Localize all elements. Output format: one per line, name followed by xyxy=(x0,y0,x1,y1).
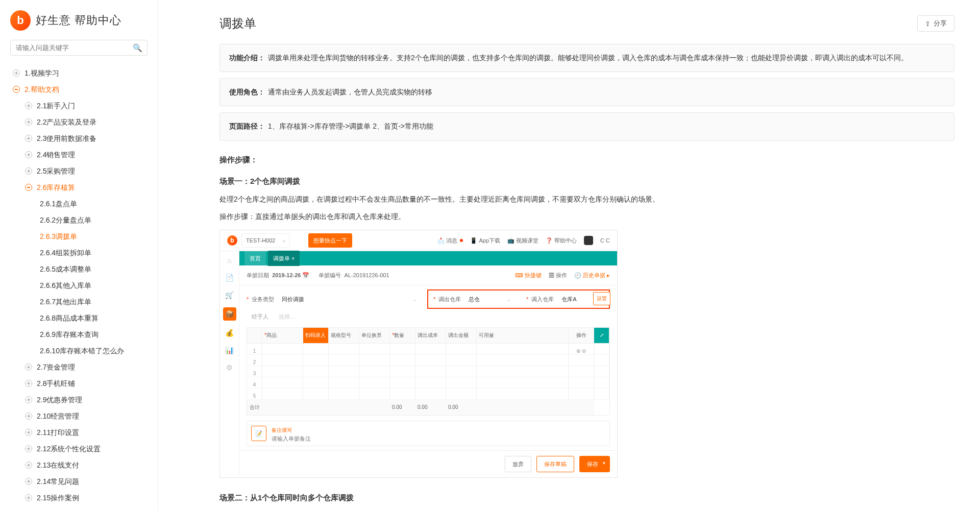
nav-2-3[interactable]: 2.3使用前数据准备 xyxy=(24,130,158,147)
info-role-text: 通常由业务人员发起调拨，仓管人员完成实物的转移 xyxy=(268,88,432,96)
info-role-label: 使用角色： xyxy=(229,88,265,96)
info-path-text: 1、库存核算->库存管理->调拨单 2、首页->常用功能 xyxy=(268,122,433,130)
search-input[interactable] xyxy=(10,40,148,56)
nav-2-6[interactable]: 2.6库存核算 xyxy=(24,179,158,196)
minus-icon xyxy=(12,85,20,93)
nav-2-1[interactable]: 2.1新手入门 xyxy=(24,98,158,114)
mock-app: 📱App下载 xyxy=(470,235,500,246)
remark-icon: 📝 xyxy=(251,426,266,441)
nav-2-6-4[interactable]: 2.6.4组装拆卸单 xyxy=(40,245,158,261)
plus-icon xyxy=(24,118,33,126)
scene1-title: 场景一：2个仓库间调拨 xyxy=(219,174,954,189)
steps-section: 操作步骤： 场景一：2个仓库间调拨 处理2个仓库之间的商品调拨，在调拨过程中不会… xyxy=(219,152,954,510)
share-button[interactable]: ⇪ 分享 xyxy=(917,15,954,32)
info-func-text: 调拨单用来处理仓库间货物的转移业务。支持2个仓库间的调拨，也支持多个仓库间的调拨… xyxy=(268,54,908,62)
steps-title: 操作步骤： xyxy=(219,152,954,167)
info-path: 页面路径：1、库存核算->库存管理->调拨单 2、首页->常用功能 xyxy=(219,112,954,140)
mock-msg: 📩消息 xyxy=(437,235,463,246)
plus-icon xyxy=(24,494,33,502)
nav-2-15[interactable]: 2.15操作案例 xyxy=(24,490,158,506)
scene2-title: 场景二：从1个仓库同时向多个仓库调拨 xyxy=(219,490,954,505)
plus-icon xyxy=(24,102,33,110)
expand-icon: ⤢ xyxy=(594,328,609,343)
nav-tree: 1.视频学习 2.帮助文档 2.1新手入门 2.2产品安装及登录 2.3使用前数… xyxy=(10,65,158,506)
page-title: 调拨单 xyxy=(219,15,256,32)
nav-2-9[interactable]: 2.9优惠券管理 xyxy=(24,392,158,408)
plus-icon xyxy=(24,428,33,436)
gear-icon: ⚙ xyxy=(225,362,235,373)
brand-row: b 好生意 帮助中心 xyxy=(10,10,158,31)
plus-icon xyxy=(24,412,33,420)
mock-setting-btn: 设置 xyxy=(593,292,610,305)
plus-icon xyxy=(24,363,33,371)
plus-icon xyxy=(24,477,33,485)
mock-help: ❓帮助中心 xyxy=(546,235,577,246)
share-label: 分享 xyxy=(934,19,947,28)
scene1-step: 操作步骤：直接通过单据头的调出仓库和调入仓库来处理。 xyxy=(219,209,954,224)
mock-org-select: TEST-H002 xyxy=(241,233,290,248)
mock-tab-doc: 调拨单 × xyxy=(268,251,300,266)
mock-try-button: 想要快点一下 xyxy=(308,233,352,248)
nav-2-14[interactable]: 2.14常见问题 xyxy=(24,473,158,490)
money-icon: 💰 xyxy=(225,328,235,338)
sidebar: b 好生意 帮助中心 🔍 1.视频学习 2.帮助文档 2.1新手入门 2.2产品… xyxy=(0,0,158,510)
nav-help-docs[interactable]: 2.帮助文档 xyxy=(12,81,158,98)
nav-2-6-9[interactable]: 2.6.9库存账本查询 xyxy=(40,326,158,343)
nav-2-2[interactable]: 2.2产品安装及登录 xyxy=(24,114,158,130)
page-header: 调拨单 ⇪ 分享 xyxy=(219,15,954,32)
mock-username: C C xyxy=(600,235,610,246)
nav-2-6-3[interactable]: 2.6.3调拨单 xyxy=(40,228,158,245)
cart-icon: 🛒 xyxy=(225,290,235,300)
box-icon: 📦 xyxy=(223,307,236,321)
info-function: 功能介绍：调拨单用来处理仓库间货物的转移业务。支持2个仓库间的调拨，也支持多个仓… xyxy=(219,44,954,72)
plus-icon xyxy=(24,396,33,404)
plus-icon xyxy=(24,134,33,142)
plus-icon xyxy=(24,445,33,453)
mock-draft-btn: 保存草稿 xyxy=(536,456,574,472)
nav-2-4[interactable]: 2.4销售管理 xyxy=(24,147,158,163)
nav-2-7[interactable]: 2.7资金管理 xyxy=(24,359,158,375)
nav-2-13[interactable]: 2.13在线支付 xyxy=(24,457,158,473)
nav-2-6-8[interactable]: 2.6.8商品成本重算 xyxy=(40,310,158,326)
minus-icon xyxy=(24,183,33,191)
plus-icon xyxy=(24,151,33,159)
info-role: 使用角色：通常由业务人员发起调拨，仓管人员完成实物的转移 xyxy=(219,78,954,106)
search-wrap: 🔍 xyxy=(10,40,148,56)
mock-logo-icon: b xyxy=(227,235,237,246)
mock-discard-btn: 放弃 xyxy=(505,456,531,472)
info-func-label: 功能介绍： xyxy=(229,54,265,62)
brand-title: 好生意 帮助中心 xyxy=(36,13,121,28)
nav-2-6-5[interactable]: 2.6.5成本调整单 xyxy=(40,261,158,277)
nav-2-12[interactable]: 2.12系统个性化设置 xyxy=(24,441,158,457)
home-icon: ⌂ xyxy=(225,255,235,265)
nav-2-6-2[interactable]: 2.6.2分量盘点单 xyxy=(40,212,158,228)
brand-logo: b xyxy=(10,10,31,31)
nav-video-learning[interactable]: 1.视频学习 xyxy=(12,65,158,81)
info-path-label: 页面路径： xyxy=(229,122,265,130)
share-icon: ⇪ xyxy=(925,20,930,28)
chart-icon: 📊 xyxy=(225,345,235,355)
mock-remark-input xyxy=(272,435,605,442)
main-content: 调拨单 ⇪ 分享 功能介绍：调拨单用来处理仓库间货物的转移业务。支持2个仓库间的… xyxy=(158,0,980,510)
plus-icon xyxy=(24,379,33,387)
nav-2-10[interactable]: 2.10经营管理 xyxy=(24,408,158,424)
nav-2-8[interactable]: 2.8手机旺铺 xyxy=(24,375,158,392)
nav-2-5[interactable]: 2.5采购管理 xyxy=(24,163,158,179)
nav-2-11[interactable]: 2.11打印设置 xyxy=(24,424,158,441)
plus-icon xyxy=(24,167,33,175)
nav-2-6-7[interactable]: 2.6.7其他出库单 xyxy=(40,294,158,310)
plus-icon xyxy=(12,69,20,77)
nav-2-6-10[interactable]: 2.6.10库存账本错了怎么办 xyxy=(40,343,158,359)
avatar-icon xyxy=(584,236,593,245)
scene2-desc: 例如：用户有多个门店或办事处，新品到货后，需要从总仓同时向多个门店或办事处调拨。… xyxy=(219,508,954,510)
doc-icon: 📄 xyxy=(225,273,235,283)
mock-save-btn: 保存 xyxy=(579,456,610,472)
plus-icon xyxy=(24,461,33,469)
nav-2-6-1[interactable]: 2.6.1盘点单 xyxy=(40,196,158,212)
mock-rail: ⌂ 📄 🛒 📦 💰 📊 ⚙ xyxy=(220,251,239,477)
screenshot-1: b TEST-H002 想要快点一下 📩消息 📱App下载 📺视频课堂 ❓帮助中… xyxy=(219,230,618,478)
nav-2-6-6[interactable]: 2.6.6其他入库单 xyxy=(40,277,158,294)
mock-video: 📺视频课堂 xyxy=(507,235,538,246)
search-icon[interactable]: 🔍 xyxy=(133,43,142,53)
mock-tab-home: 首页 xyxy=(244,251,266,266)
